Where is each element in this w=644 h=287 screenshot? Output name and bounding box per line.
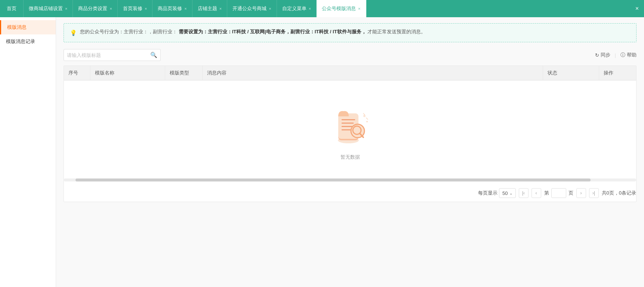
sidebar-item-template-msg-record[interactable]: 模版消息记录 (0, 34, 56, 49)
nav-tab-open-mall[interactable]: 开通公众号商城 × (227, 0, 277, 17)
notice-text-prefix: 您的公众号行业为：主营行业：，副营行业： (80, 29, 177, 34)
page-next-button[interactable]: › (576, 188, 586, 198)
close-icon[interactable]: × (269, 6, 271, 11)
page-first-icon: |‹ (522, 190, 525, 196)
empty-illustration (328, 103, 373, 148)
sidebar-item-template-msg-label: 模版消息 (7, 24, 27, 30)
page-size-value: 50 (502, 190, 508, 196)
table-container: 序号 模版名称 模版类型 消息内容 状态 (64, 65, 637, 202)
close-all-button[interactable]: × (630, 0, 644, 17)
nav-tab-product-decor-label: 商品页装修 (158, 5, 182, 12)
notice-text-suffix: 才能正常发送预置的消息。 (367, 29, 426, 34)
nav-tab-product-category[interactable]: 商品分类设置 × (73, 0, 117, 17)
page-input-wrap: 第 1 页 (544, 188, 573, 198)
page-last-button[interactable]: ›| (589, 188, 599, 198)
page-size-select: 每页显示 50 ⌄ (478, 188, 515, 198)
sync-label: 同步 (601, 52, 610, 58)
data-table: 序号 模版名称 模版类型 消息内容 状态 (64, 66, 636, 175)
nav-tab-shop-settings[interactable]: 微商城店铺设置 × (24, 0, 73, 17)
nav-tab-custom-menu-label: 自定义菜单 (282, 5, 306, 12)
nav-tab-template-msg[interactable]: 公众号模版消息 × (317, 0, 366, 17)
sync-icon: ↻ (595, 52, 599, 58)
col-seq: 序号 (64, 66, 90, 80)
page-size-dropdown[interactable]: 50 ⌄ (499, 188, 515, 198)
nav-tab-product-decor[interactable]: 商品页装修 × (152, 0, 192, 17)
nav-tab-shop-settings-label: 微商城店铺设置 (29, 5, 63, 12)
nav-tab-home[interactable]: 首页 (0, 0, 24, 17)
close-icon[interactable]: × (110, 6, 112, 11)
col-content: 消息内容 (202, 66, 543, 80)
close-icon[interactable]: × (145, 6, 147, 11)
nav-tab-shop-theme[interactable]: 店铺主题 × (192, 0, 227, 17)
help-button[interactable]: ⓘ 帮助 (620, 52, 637, 58)
nav-tab-custom-menu[interactable]: 自定义菜单 × (277, 0, 317, 17)
page-label-before: 第 (544, 190, 549, 196)
chevron-right-icon: › (580, 190, 582, 196)
col-type: 模版类型 (165, 66, 202, 80)
page-prev-button[interactable]: ‹ (531, 188, 541, 198)
pagination-row: 每页显示 50 ⌄ |‹ ‹ 第 1 页 (64, 184, 636, 202)
close-icon[interactable]: × (309, 6, 311, 11)
empty-text: 暂无数据 (341, 154, 360, 161)
empty-state: 暂无数据 (64, 80, 636, 175)
col-status: 状态 (543, 66, 599, 80)
page-last-icon: ›| (592, 190, 595, 196)
search-input[interactable] (67, 52, 149, 58)
svg-line-12 (363, 113, 365, 115)
svg-point-11 (366, 121, 368, 122)
nav-tab-open-mall-label: 开通公众号商城 (232, 5, 266, 12)
sidebar-item-template-msg-record-label: 模版消息记录 (6, 39, 35, 44)
notice-text: 您的公众号行业为：主营行业：，副营行业： 需要设置为：主营行业：IT科技 / 互… (80, 28, 426, 36)
page-size-label: 每页显示 (478, 190, 497, 196)
horizontal-scrollbar[interactable] (64, 178, 636, 181)
bulb-icon: 💡 (70, 28, 77, 37)
empty-row: 暂无数据 (64, 80, 636, 176)
nav-tab-shop-theme-label: 店铺主题 (198, 5, 217, 12)
page-number-input[interactable]: 1 (551, 188, 566, 198)
close-all-icon: × (635, 5, 639, 12)
page-total-label: 共0页，0条记录 (602, 190, 636, 196)
close-icon[interactable]: × (184, 6, 187, 11)
sidebar: 模版消息 模版消息记录 (0, 17, 56, 287)
svg-point-10 (363, 115, 366, 117)
nav-tab-home-decor-label: 首页装修 (123, 5, 142, 12)
nav-home-label: 首页 (7, 5, 16, 12)
chevron-down-icon: ⌄ (509, 191, 512, 195)
help-icon: ⓘ (620, 52, 625, 58)
close-icon[interactable]: × (65, 6, 67, 11)
nav-tab-template-msg-label: 公众号模版消息 (322, 5, 356, 12)
search-input-wrap[interactable]: 🔍 (64, 49, 161, 61)
close-icon[interactable]: × (358, 6, 360, 11)
top-nav: 首页 微商城店铺设置 × 商品分类设置 × 首页装修 × 商品页装修 × 店铺主… (0, 0, 644, 17)
sync-button[interactable]: ↻ 同步 (595, 52, 610, 58)
scrollbar-thumb[interactable] (76, 178, 591, 181)
svg-line-13 (366, 118, 368, 119)
table-header-row: 序号 模版名称 模版类型 消息内容 状态 (64, 66, 636, 80)
toolbar-right: ↻ 同步 | ⓘ 帮助 (595, 52, 637, 58)
page-label-after: 页 (568, 190, 573, 196)
notice-highlight-text: 需要设置为：主营行业：IT科技 / 互联网|电子商务，副营行业：IT科技 / I… (179, 29, 366, 34)
chevron-left-icon: ‹ (536, 190, 537, 196)
notice-box: 💡 您的公众号行业为：主营行业：，副营行业： 需要设置为：主营行业：IT科技 /… (64, 23, 637, 42)
nav-tab-home-decor[interactable]: 首页装修 × (118, 0, 152, 17)
page-first-button[interactable]: |‹ (519, 188, 529, 198)
nav-tab-product-category-label: 商品分类设置 (78, 5, 107, 12)
search-row: 🔍 ↻ 同步 | ⓘ 帮助 (64, 49, 637, 61)
content-area: 💡 您的公众号行业为：主营行业：，副营行业： 需要设置为：主营行业：IT科技 /… (56, 17, 644, 287)
help-label: 帮助 (627, 52, 637, 58)
close-icon[interactable]: × (219, 6, 222, 11)
toolbar-divider: | (615, 52, 616, 58)
col-action: 操作 (599, 66, 636, 80)
col-name: 模版名称 (90, 66, 165, 80)
main-layout: 模版消息 模版消息记录 💡 您的公众号行业为：主营行业：，副营行业： 需要设置为… (0, 17, 644, 287)
sidebar-item-template-msg[interactable]: 模版消息 (0, 20, 56, 34)
search-icon[interactable]: 🔍 (150, 52, 157, 58)
